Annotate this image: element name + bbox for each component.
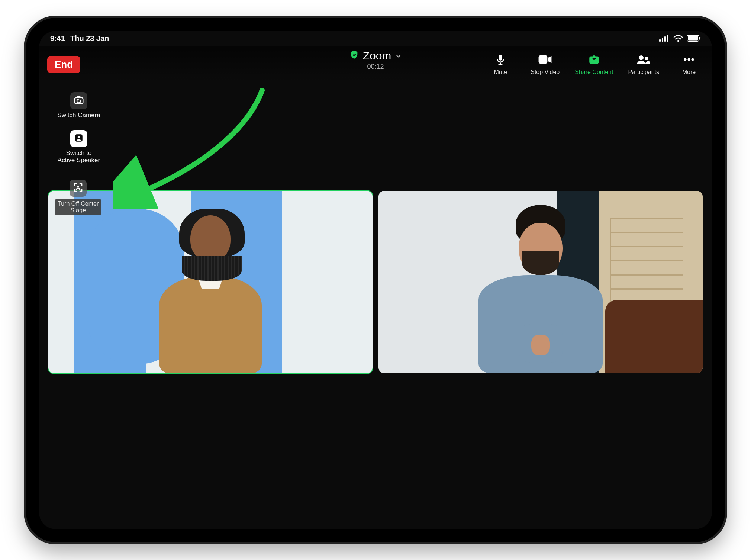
share-icon: [588, 53, 600, 67]
chevron-down-icon: [395, 49, 402, 62]
video-camera-icon: [538, 53, 552, 67]
video-grid: [48, 191, 703, 373]
svg-rect-8: [500, 63, 501, 64]
side-buttons: Switch Camera Switch to Active Speaker: [55, 92, 103, 164]
share-content-button[interactable]: Share Content: [575, 53, 613, 75]
wifi-icon: [673, 35, 683, 42]
call-timer: 00:12: [349, 63, 402, 71]
participants-label: Participants: [628, 69, 659, 75]
ipad-frame: 9:41 Thu 23 Jan End: [26, 18, 725, 542]
stop-video-button[interactable]: Stop Video: [530, 53, 560, 75]
video-tile-self[interactable]: [48, 191, 373, 373]
video-tile-participant[interactable]: [378, 191, 703, 373]
svg-rect-7: [699, 37, 700, 40]
svg-point-12: [639, 55, 644, 60]
svg-point-15: [687, 58, 690, 61]
svg-rect-6: [688, 36, 698, 41]
switch-camera-icon: [73, 94, 84, 107]
more-label: More: [682, 69, 696, 75]
svg-point-19: [78, 136, 80, 138]
status-bar: 9:41 Thu 23 Jan: [39, 31, 712, 46]
svg-point-16: [691, 58, 694, 61]
battery-icon: [687, 35, 701, 42]
more-icon: [683, 53, 695, 67]
end-button[interactable]: End: [47, 56, 80, 73]
status-time: 9:41: [50, 34, 65, 43]
center-stage-label: Turn Off Center Stage: [55, 199, 101, 215]
svg-rect-1: [662, 38, 663, 42]
svg-rect-10: [539, 55, 548, 64]
switch-speaker-label: Switch to Active Speaker: [58, 149, 100, 164]
screen: 9:41 Thu 23 Jan End: [39, 31, 712, 529]
svg-rect-2: [664, 36, 666, 42]
title-area[interactable]: Zoom 00:12: [349, 49, 402, 71]
speaker-view-icon: [74, 133, 84, 144]
microphone-icon: [494, 53, 507, 67]
share-content-label: Share Content: [575, 69, 613, 75]
shield-icon: [349, 49, 359, 62]
switch-speaker-button[interactable]: Switch to Active Speaker: [58, 130, 100, 164]
svg-point-20: [77, 186, 79, 188]
toolbar-actions: Mute Stop Video Share Content: [486, 53, 704, 75]
svg-point-13: [645, 57, 648, 60]
svg-rect-3: [667, 35, 668, 42]
svg-rect-0: [659, 39, 661, 42]
more-button[interactable]: More: [674, 53, 704, 75]
switch-camera-button[interactable]: Switch Camera: [57, 92, 100, 119]
center-stage-icon: [72, 182, 84, 194]
center-stage-button[interactable]: Turn Off Center Stage: [55, 180, 101, 215]
status-right: [659, 35, 701, 42]
switch-camera-label: Switch Camera: [57, 112, 100, 119]
app-title: Zoom: [363, 49, 391, 62]
svg-point-4: [677, 40, 679, 42]
status-date: Thu 23 Jan: [70, 34, 109, 43]
mute-label: Mute: [494, 69, 507, 75]
participants-icon: [636, 53, 651, 67]
cellular-icon: [659, 35, 670, 42]
participants-button[interactable]: Participants: [628, 53, 659, 75]
mute-button[interactable]: Mute: [486, 53, 515, 75]
svg-point-14: [684, 58, 687, 61]
svg-rect-9: [499, 64, 503, 65]
stop-video-label: Stop Video: [531, 69, 560, 75]
